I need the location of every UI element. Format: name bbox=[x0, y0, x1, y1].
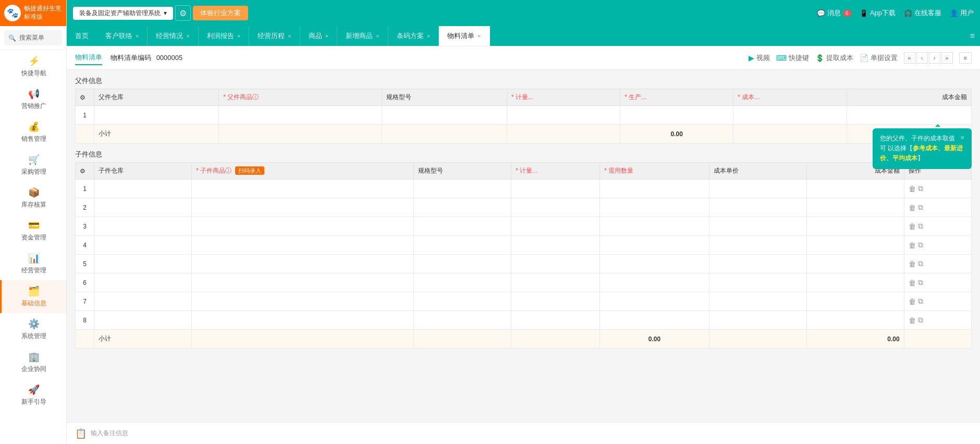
child-row-spec[interactable] bbox=[414, 255, 511, 273]
next-last-button[interactable]: » bbox=[941, 52, 953, 64]
sidebar-item-sales[interactable]: 💰 销售管理 bbox=[0, 116, 66, 149]
user-avatar[interactable]: 👤 用户 bbox=[950, 8, 974, 18]
child-row-amount[interactable] bbox=[806, 292, 904, 311]
tooltip-close-button[interactable]: × bbox=[960, 133, 964, 143]
child-row-warehouse[interactable] bbox=[94, 292, 192, 311]
close-history-tab[interactable]: × bbox=[288, 33, 291, 39]
child-row-unit-cost[interactable] bbox=[709, 255, 806, 273]
sidebar-item-finance[interactable]: 💳 资金管理 bbox=[0, 214, 66, 247]
child-row-amount[interactable] bbox=[806, 217, 904, 236]
tab-customer[interactable]: 客户联络 × bbox=[97, 26, 148, 46]
child-row-unit-cost[interactable] bbox=[709, 179, 806, 198]
copy-row-button[interactable]: ⧉ bbox=[918, 184, 923, 193]
copy-row-button[interactable]: ⧉ bbox=[918, 222, 923, 231]
sidebar-item-system[interactable]: ⚙️ 系统管理 bbox=[0, 313, 66, 346]
copy-row-button[interactable]: ⧉ bbox=[918, 297, 923, 306]
parent-row-unit[interactable] bbox=[507, 106, 620, 125]
child-row-warehouse[interactable] bbox=[94, 311, 192, 330]
sidebar-item-enterprise[interactable]: 🏢 企业协同 bbox=[0, 346, 66, 379]
child-row-spec[interactable] bbox=[414, 217, 511, 236]
delete-row-button[interactable]: 🗑 bbox=[909, 185, 916, 193]
app-download-button[interactable]: 📱 App下载 bbox=[860, 8, 896, 18]
tab-home[interactable]: 首页 bbox=[67, 26, 97, 46]
child-row-amount[interactable] bbox=[806, 198, 904, 217]
sidebar-item-basic-info[interactable]: 🗂️ 基础信息 bbox=[0, 280, 66, 313]
delete-row-button[interactable]: 🗑 bbox=[909, 279, 916, 287]
view-toggle-button[interactable]: ≡ bbox=[959, 52, 972, 64]
tab-operation[interactable]: 经营情况 × bbox=[148, 26, 198, 46]
child-row-product[interactable] bbox=[191, 198, 414, 217]
copy-row-button[interactable]: ⧉ bbox=[918, 316, 923, 325]
tab-products[interactable]: 商品 × bbox=[300, 26, 337, 46]
delete-row-button[interactable]: 🗑 bbox=[909, 203, 916, 212]
child-row-unit-cost[interactable] bbox=[709, 292, 806, 311]
search-menu-button[interactable]: 🔍 搜索菜单 bbox=[4, 30, 62, 45]
delete-row-button[interactable]: 🗑 bbox=[909, 316, 916, 325]
child-row-product[interactable] bbox=[191, 311, 414, 330]
child-row-warehouse[interactable] bbox=[94, 236, 192, 255]
child-row-amount[interactable] bbox=[806, 255, 904, 273]
child-row-qty[interactable] bbox=[599, 292, 709, 311]
child-row-amount[interactable] bbox=[806, 179, 904, 198]
child-row-unit[interactable] bbox=[511, 292, 600, 311]
child-row-unit[interactable] bbox=[511, 179, 600, 198]
child-row-qty[interactable] bbox=[599, 273, 709, 292]
child-row-qty[interactable] bbox=[599, 179, 709, 198]
close-barcode-tab[interactable]: × bbox=[427, 33, 430, 39]
close-profit-tab[interactable]: × bbox=[237, 33, 240, 39]
close-new-products-tab[interactable]: × bbox=[376, 33, 379, 39]
tab-history[interactable]: 经营历程 × bbox=[249, 26, 300, 46]
sidebar-item-purchase[interactable]: 🛒 采购管理 bbox=[0, 149, 66, 182]
sidebar-item-guide[interactable]: 🚀 新手引导 bbox=[0, 379, 66, 412]
close-all-tabs-button[interactable]: ≡ bbox=[965, 31, 980, 41]
message-button[interactable]: 💬 消息 6 bbox=[817, 8, 851, 18]
shortcut-action[interactable]: ⌨ 快捷键 bbox=[776, 53, 809, 63]
close-bom-tab[interactable]: × bbox=[477, 33, 481, 39]
child-row-spec[interactable] bbox=[414, 198, 511, 217]
trial-button[interactable]: 体验行业方案 bbox=[193, 6, 248, 20]
child-row-unit-cost[interactable] bbox=[709, 236, 806, 255]
child-row-spec[interactable] bbox=[414, 236, 511, 255]
sidebar-search-area[interactable]: 🔍 搜索菜单 bbox=[0, 26, 66, 50]
delete-row-button[interactable]: 🗑 bbox=[909, 260, 916, 268]
child-row-qty[interactable] bbox=[599, 198, 709, 217]
child-row-unit-cost[interactable] bbox=[709, 217, 806, 236]
child-row-unit[interactable] bbox=[511, 198, 600, 217]
child-row-product[interactable] bbox=[191, 292, 414, 311]
sub-tab-bom-list[interactable]: 物料清单 bbox=[75, 51, 102, 65]
video-action[interactable]: ▶ 视频 bbox=[749, 53, 770, 63]
parent-row-production[interactable] bbox=[620, 106, 733, 125]
delete-row-button[interactable]: 🗑 bbox=[909, 241, 916, 249]
parent-row-cost[interactable] bbox=[733, 106, 847, 125]
tab-profit[interactable]: 利润报告 × bbox=[199, 26, 249, 46]
copy-row-button[interactable]: ⧉ bbox=[918, 278, 923, 287]
child-row-unit[interactable] bbox=[511, 217, 600, 236]
child-col-settings[interactable]: ⚙ bbox=[76, 163, 94, 179]
sidebar-item-inventory[interactable]: 📦 库存核算 bbox=[0, 182, 66, 214]
child-row-product[interactable] bbox=[191, 236, 414, 255]
child-row-spec[interactable] bbox=[414, 292, 511, 311]
prev-button[interactable]: ‹ bbox=[916, 52, 928, 64]
next-button[interactable]: › bbox=[929, 52, 940, 64]
child-row-unit[interactable] bbox=[511, 273, 600, 292]
child-row-amount[interactable] bbox=[806, 311, 904, 330]
sidebar-item-marketing[interactable]: 📢 营销推广 bbox=[0, 83, 66, 116]
child-row-amount[interactable] bbox=[806, 273, 904, 292]
child-row-product[interactable] bbox=[191, 179, 414, 198]
parent-row-warehouse[interactable] bbox=[94, 106, 219, 125]
sidebar-item-operations[interactable]: 📊 经营管理 bbox=[0, 247, 66, 280]
system-selector[interactable]: 装备及固定资产辅助管理系统 ▾ bbox=[73, 7, 173, 20]
child-row-unit-cost[interactable] bbox=[709, 273, 806, 292]
child-row-qty[interactable] bbox=[599, 217, 709, 236]
parent-row-amount[interactable] bbox=[847, 106, 971, 125]
child-row-warehouse[interactable] bbox=[94, 179, 192, 198]
child-row-spec[interactable] bbox=[414, 179, 511, 198]
child-row-spec[interactable] bbox=[414, 311, 511, 330]
close-products-tab[interactable]: × bbox=[325, 33, 328, 39]
tab-barcode[interactable]: 条码方案 × bbox=[388, 26, 439, 46]
child-row-warehouse[interactable] bbox=[94, 273, 192, 292]
cost-action[interactable]: 💲 提取成本 bbox=[815, 53, 853, 63]
copy-row-button[interactable]: ⧉ bbox=[918, 259, 923, 268]
child-row-amount[interactable] bbox=[806, 236, 904, 255]
close-customer-tab[interactable]: × bbox=[136, 33, 139, 39]
